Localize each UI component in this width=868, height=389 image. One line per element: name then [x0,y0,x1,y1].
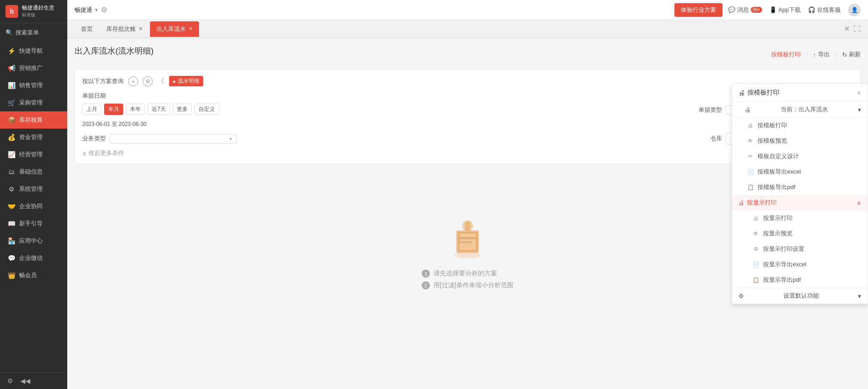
printer-small-icon: 🖨 [745,106,751,113]
sidebar-search[interactable]: 🔍 搜索菜单 [0,23,67,42]
filter-add-button[interactable]: + [128,76,138,86]
topbar-settings-icon[interactable]: ⚙ [101,5,107,14]
sidebar-item-guide[interactable]: 📖 新手引导 [0,215,67,232]
tab-close-inout-flow[interactable]: ✕ [189,26,193,32]
filter-active-tag[interactable]: ● 流水明细 [169,76,203,86]
tab-home[interactable]: 首页 [75,21,99,37]
search-menu-button[interactable]: 🔍 搜索菜单 [5,27,62,39]
sidebar-item-appstore[interactable]: 🏪 应用中心 [0,232,67,249]
display-preview-icon: 👁 [752,230,759,237]
appstore-icon: 🏪 [7,237,15,245]
warehouse-label: 仓库 [710,135,722,143]
quick-nav-icon: ⚡ [7,47,15,55]
sidebar-nav: ⚡ 快捷导航 📢 营销推广 📊 销售管理 🛒 采购管理 📦 库存核算 💰 资金管… [0,42,67,372]
filter-settings-button[interactable]: ⚙ [143,76,153,86]
print-dropdown-collapse-icon[interactable]: ∧ [857,90,861,96]
export-icon: ↑ [813,51,816,58]
print-display-header[interactable]: 🖨 按显示打印 ∧ [732,195,868,210]
date-label: 单据日期 [82,92,106,100]
date-last-month-btn[interactable]: 上月 [82,104,101,115]
print-dropdown-title: 🖨 按模板打印 [738,89,779,97]
print-display-header-label: 🖨 按显示打印 [738,199,777,207]
preview-icon: 👁 [747,137,754,145]
sidebar-item-finance[interactable]: 💰 资金管理 [0,129,67,146]
toolbar: 按模板打印 | ↑ 导出 | ↻ 刷新 [771,50,861,59]
sidebar-toggle-icon[interactable]: ◀◀ [20,377,30,384]
print-display-print-item[interactable]: 🖨 按显示打印 [732,210,868,226]
date-this-month-btn[interactable]: 本月 [104,104,123,115]
sidebar-settings-icon[interactable]: ⚙ [7,377,13,384]
step-1-number: 1 [422,269,430,278]
basic-icon: 🗂 [7,168,15,176]
marketing-icon: 📢 [7,64,15,72]
pdf-icon: 📋 [747,184,754,191]
sidebar-bottom: ⚙ ◀◀ [0,372,67,389]
chevron-up-icon: ∧ [82,150,87,157]
sidebar-item-purchase[interactable]: 🛒 采购管理 [0,94,67,111]
step-2-number: 2 [422,281,430,289]
topbar-right: 💬 消息 99+ 📱 App下载 🎧 在线客服 👤 [728,4,861,16]
filter-collapse-icon[interactable]: 《 [157,76,165,86]
date-this-year-btn[interactable]: 本年 [126,104,145,115]
system-icon: ⚙ [7,185,15,193]
tab-inventory-batch[interactable]: 库存批次账 ✕ [100,21,149,37]
sidebar-item-corp[interactable]: 🤝 企业协同 [0,198,67,215]
svg-point-0 [454,253,481,258]
sidebar-item-marketing[interactable]: 📢 营销推广 [0,60,67,77]
refresh-button[interactable]: ↻ 刷新 [842,50,861,59]
tab-inout-flow[interactable]: 出入库流水 ✕ [150,21,199,37]
print-template-design-item[interactable]: ✏ 模板自定义设计 [732,149,868,164]
app-logo-icon: b [5,5,18,18]
tab-close-inventory-batch[interactable]: ✕ [139,26,143,32]
design-icon: ✏ [747,153,754,160]
print-display-excel-item[interactable]: 📄 按显示导出excel [732,257,868,272]
sidebar-item-quick-nav[interactable]: ⚡ 快捷导航 [0,42,67,60]
biz-type-label: 业务类型 [82,135,106,143]
topbar-app-button[interactable]: 📱 App下载 [769,6,801,14]
print-dropdown-header: 🖨 按模板打印 ∧ [732,84,868,102]
display-settings-icon: ⚙ [752,245,759,253]
biz-type-select[interactable]: ▾ [110,134,237,144]
tab-close-all-icon[interactable]: ✕ [844,25,850,33]
tab-fullscreen-icon[interactable]: ⛶ [853,25,861,33]
operation-icon: 📈 [7,150,15,159]
sidebar-item-inventory[interactable]: 📦 库存核算 [0,111,67,129]
topbar-user: 畅捷通 ▾ ⚙ [75,5,669,14]
sidebar-item-system[interactable]: ⚙ 系统管理 [0,180,67,198]
print-button[interactable]: 按模板打印 [771,50,801,59]
display-header-arrow-icon[interactable]: ∧ [857,199,861,206]
print-template-pdf-item[interactable]: 📋 按模板导出pdf [732,180,868,195]
page-content: 出入库流水(流水明细) 按模板打印 | ↑ 导出 | ↻ 刷新 按以下方案查询 … [67,38,868,389]
print-display-preview-item[interactable]: 👁 按显示预览 [732,226,868,241]
date-7days-btn[interactable]: 近7天 [148,104,170,115]
display-print-small-icon: 🖨 [752,214,759,222]
print-current-label: 🖨 当前：出入库流水 ▾ [732,102,868,118]
print-template-preview-item[interactable]: 👁 按模板预览 [732,133,868,149]
topbar-dropdown-icon[interactable]: ▾ [95,6,98,13]
topbar-message-button[interactable]: 💬 消息 99+ [728,6,762,14]
sidebar-item-operation[interactable]: 📈 经营管理 [0,146,67,163]
print-dropdown-footer[interactable]: ⚙ 设置默认功能 ▾ [732,288,868,304]
print-display-settings-item[interactable]: ⚙ 按显示打印设置 [732,241,868,257]
svg-rect-6 [459,237,477,239]
print-template-item[interactable]: 🖨 按模板打印 [732,118,868,133]
date-custom-btn[interactable]: 自定义 [195,104,219,115]
print-display-pdf-item[interactable]: 📋 按显示导出pdf [732,272,868,288]
sidebar-item-member[interactable]: 👑 畅会员 [0,267,67,284]
export-button[interactable]: ↑ 导出 [813,50,830,59]
print-template-excel-item[interactable]: 📄 按模板导出excel [732,164,868,180]
sidebar-item-wechat[interactable]: 💬 企业微信 [0,249,67,267]
sidebar-item-sales[interactable]: 📊 销售管理 [0,77,67,94]
member-icon: 👑 [7,271,15,279]
message-badge: 99+ [751,7,762,13]
current-dropdown-arrow[interactable]: ▾ [858,106,861,113]
page-title: 出入库流水(流水明细) [75,45,154,56]
sidebar-item-basic[interactable]: 🗂 基础信息 [0,163,67,180]
date-range-display: 2023-06-01 至 2023-06-30 [82,120,146,128]
trial-button[interactable]: 体验行业方案 [674,3,723,17]
finance-icon: 💰 [7,133,15,141]
topbar-service-button[interactable]: 🎧 在线客服 [808,6,841,14]
tab-bar: 首页 库存批次账 ✕ 出入库流水 ✕ ✕ ⛶ [67,20,868,38]
date-more-btn[interactable]: 更多 [173,104,192,115]
topbar-avatar[interactable]: 👤 [848,4,861,16]
